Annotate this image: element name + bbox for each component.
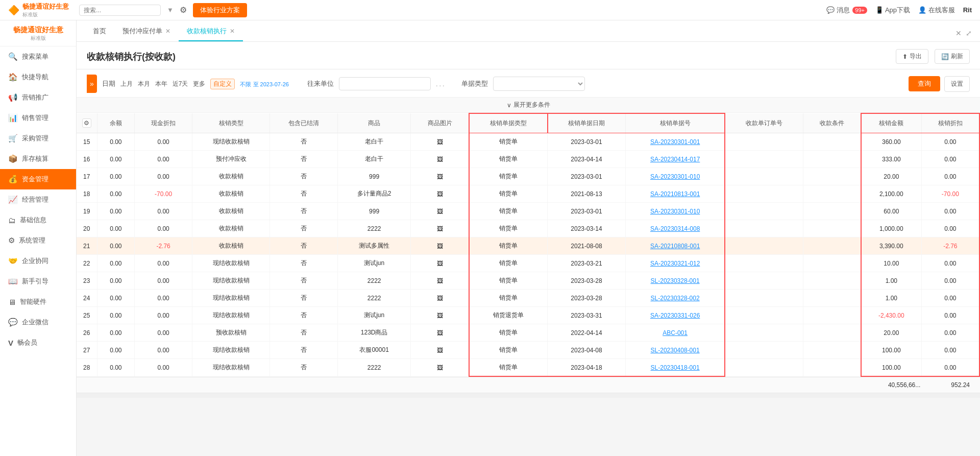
filter-date-range: 不限 至 2023-07-26 bbox=[240, 81, 288, 88]
filter-date-this-month[interactable]: 本月 bbox=[138, 80, 150, 88]
dropdown-arrow[interactable]: ▼ bbox=[167, 6, 174, 14]
cell-writeoff-bill-no[interactable]: SL-20230418-001 bbox=[626, 359, 725, 377]
vip-icon: V bbox=[8, 339, 13, 347]
query-btn[interactable]: 查询 bbox=[909, 76, 940, 91]
sidebar-item-wechat[interactable]: 💬 企业微信 bbox=[0, 312, 76, 332]
industry-btn[interactable]: 体验行业方案 bbox=[193, 3, 247, 17]
cell-writeoff-bill-no[interactable]: SA-20230414-017 bbox=[626, 151, 725, 168]
sidebar-label-finance: 资金管理 bbox=[22, 175, 48, 184]
sidebar-item-inventory[interactable]: 📦 库存核算 bbox=[0, 149, 76, 169]
refresh-btn[interactable]: 🔄 刷新 bbox=[935, 49, 970, 64]
filter-date-7days[interactable]: 近7天 bbox=[173, 80, 188, 88]
sidebar-item-vip[interactable]: V 畅会员 bbox=[0, 332, 76, 353]
user-name: Rit bbox=[963, 6, 972, 14]
cell-goods: 2222 bbox=[337, 272, 411, 290]
cell-include-settled: 否 bbox=[270, 151, 338, 168]
table-scroll[interactable]: ⚙ 余额 现金折扣 核销类型 包含已结清 商品 商品图片 核销单据类型 核销单据… bbox=[77, 113, 980, 377]
tab-bar-right: ✕ ⤢ bbox=[955, 29, 972, 41]
home-icon: 🏠 bbox=[8, 73, 18, 82]
cell-writeoff-bill-no[interactable]: SL-20230328-001 bbox=[626, 272, 725, 290]
filter-expand-arrow[interactable]: » bbox=[87, 75, 97, 93]
sidebar-item-business[interactable]: 📈 经营管理 bbox=[0, 189, 76, 210]
filter-bill-type-select[interactable] bbox=[493, 77, 585, 91]
sidebar-item-guide[interactable]: 📖 新手引导 bbox=[0, 271, 76, 292]
expand-bar[interactable]: ∨ 展开更多条件 bbox=[77, 98, 980, 113]
sidebar-item-enterprise[interactable]: 🤝 企业协同 bbox=[0, 251, 76, 271]
online-service[interactable]: 👤 在线客服 bbox=[918, 6, 955, 15]
horizontal-scrollbar[interactable] bbox=[77, 393, 980, 398]
cell-writeoff-date: 2023-03-14 bbox=[548, 220, 626, 237]
cell-receipt-order bbox=[725, 220, 803, 237]
sidebar-item-sales[interactable]: 📊 销售管理 bbox=[0, 108, 76, 128]
table-gear-icon[interactable]: ⚙ bbox=[82, 118, 91, 128]
hardware-icon: 🖥 bbox=[8, 298, 16, 306]
cell-writeoff-bill-no[interactable]: ABC-001 bbox=[626, 324, 725, 342]
page-content: 收款核销执行(按收款) ⬆ 导出 🔄 刷新 » 日期 上月 本月 bbox=[77, 42, 980, 456]
cell-include-settled: 否 bbox=[270, 220, 338, 237]
settings-icon[interactable]: ⚙ bbox=[180, 5, 187, 15]
filter-date-label: 日期 bbox=[102, 79, 115, 88]
cell-goods-image: 🖼 bbox=[411, 255, 469, 272]
cell-writeoff-bill-no[interactable]: SA-20230314-008 bbox=[626, 220, 725, 237]
cell-cash-discount: -2.76 bbox=[135, 237, 192, 255]
cell-writeoff-date: 2023-03-31 bbox=[548, 307, 626, 324]
sidebar-item-search[interactable]: 🔍 搜索菜单 bbox=[0, 46, 76, 67]
filter-date-this-year[interactable]: 本年 bbox=[155, 80, 167, 88]
cell-writeoff-bill-no[interactable]: SA-20230301-010 bbox=[626, 203, 725, 220]
tab-receipt-writeoff-close[interactable]: ✕ bbox=[230, 28, 235, 35]
sales-icon: 📊 bbox=[8, 113, 18, 123]
cell-id: 25 bbox=[77, 307, 97, 324]
cell-receipt-condition bbox=[803, 220, 861, 237]
sidebar-item-system[interactable]: ⚙ 系统管理 bbox=[0, 230, 76, 251]
tab-prepay[interactable]: 预付冲应付单 ✕ bbox=[114, 22, 179, 41]
tab-close-all[interactable]: ✕ bbox=[955, 29, 962, 37]
sidebar-item-finance[interactable]: 💰 资金管理 bbox=[0, 169, 76, 189]
cell-receipt-condition bbox=[803, 324, 861, 342]
cell-writeoff-bill-no[interactable]: SA-20230331-026 bbox=[626, 307, 725, 324]
sidebar-item-quicknav[interactable]: 🏠 快捷导航 bbox=[0, 67, 76, 87]
cell-goods-image: 🖼 bbox=[411, 272, 469, 290]
cell-writeoff-bill-no[interactable]: SL-20230408-001 bbox=[626, 342, 725, 359]
filter-date-custom[interactable]: 自定义 bbox=[210, 79, 235, 89]
top-search-input[interactable] bbox=[79, 5, 161, 16]
cell-writeoff-bill-type: 销货单 bbox=[469, 220, 548, 237]
col-gear-header[interactable]: ⚙ bbox=[77, 113, 97, 133]
filter-settings-btn[interactable]: 设置 bbox=[944, 76, 970, 92]
sidebar-item-hardware[interactable]: 🖥 智能硬件 bbox=[0, 292, 76, 312]
cell-receipt-condition bbox=[803, 359, 861, 377]
app-download[interactable]: 📱 App下载 bbox=[875, 6, 910, 15]
filter-date-last-month[interactable]: 上月 bbox=[120, 80, 133, 88]
message-area[interactable]: 💬 消息 99+ bbox=[826, 6, 867, 15]
cell-cash-discount: 0.00 bbox=[135, 168, 192, 185]
cell-cash-discount: 0.00 bbox=[135, 359, 192, 377]
cell-writeoff-discount: 0.00 bbox=[921, 168, 979, 185]
filter-unit-input[interactable] bbox=[339, 77, 431, 90]
cell-cash-discount: -70.00 bbox=[135, 185, 192, 203]
filter-date-more[interactable]: 更多 bbox=[193, 80, 205, 88]
table-row: 210.00-2.76收款核销否测试多属性🖼销货单2021-08-08SA-20… bbox=[77, 237, 979, 255]
cell-writeoff-bill-no[interactable]: SA-20230301-001 bbox=[626, 133, 725, 151]
sidebar-item-marketing[interactable]: 📢 营销推广 bbox=[0, 87, 76, 108]
cell-writeoff-bill-no[interactable]: SA-20210808-001 bbox=[626, 237, 725, 255]
cell-writeoff-bill-no[interactable]: SA-20230321-012 bbox=[626, 255, 725, 272]
sidebar-item-basic-info[interactable]: 🗂 基础信息 bbox=[0, 210, 76, 230]
cell-writeoff-type: 收款核销 bbox=[192, 203, 270, 220]
tab-prepay-label: 预付冲应付单 bbox=[122, 27, 162, 36]
tab-home[interactable]: 首页 bbox=[85, 22, 114, 41]
col-writeoff-type-header: 核销类型 bbox=[192, 113, 270, 133]
cell-writeoff-bill-no[interactable]: SA-20210813-001 bbox=[626, 185, 725, 203]
cell-include-settled: 否 bbox=[270, 203, 338, 220]
cell-id: 18 bbox=[77, 185, 97, 203]
cell-balance: 0.00 bbox=[97, 255, 135, 272]
table-row: 230.000.00现结收款核销否2222🖼销货单2023-03-28SL-20… bbox=[77, 272, 979, 290]
cell-writeoff-type: 现结收款核销 bbox=[192, 290, 270, 307]
tab-receipt-writeoff[interactable]: 收款核销执行 ✕ bbox=[179, 22, 243, 41]
tab-expand[interactable]: ⤢ bbox=[966, 29, 972, 37]
cell-writeoff-date: 2022-04-14 bbox=[548, 324, 626, 342]
sidebar-item-purchase[interactable]: 🛒 采购管理 bbox=[0, 128, 76, 149]
cell-writeoff-bill-no[interactable]: SA-20230301-010 bbox=[626, 168, 725, 185]
cell-receipt-order bbox=[725, 255, 803, 272]
export-btn[interactable]: ⬆ 导出 bbox=[896, 49, 928, 64]
tab-prepay-close[interactable]: ✕ bbox=[165, 28, 170, 35]
cell-writeoff-bill-no[interactable]: SL-20230328-002 bbox=[626, 290, 725, 307]
